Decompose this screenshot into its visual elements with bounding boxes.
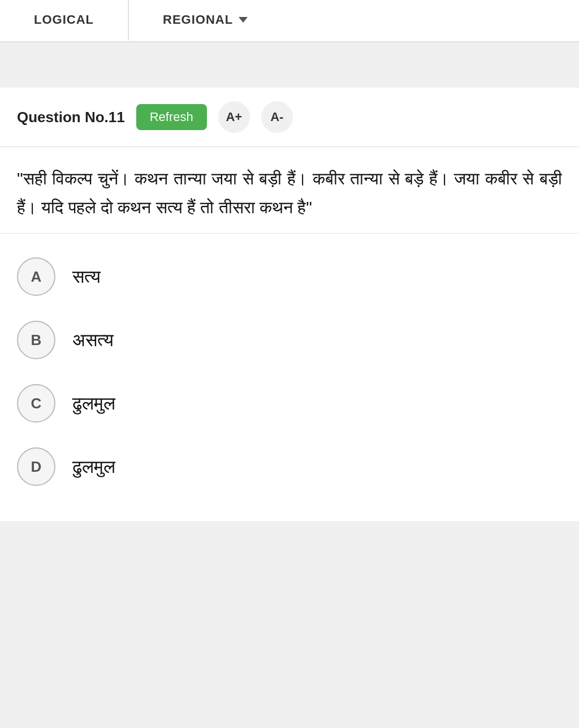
question-card: Question No.11 Refresh A+ A- "सही विकल्प… xyxy=(0,88,579,521)
option-text-b: असत्य xyxy=(72,330,114,351)
option-row-b[interactable]: B असत्य xyxy=(17,308,562,372)
option-circle-b[interactable]: B xyxy=(17,321,55,359)
option-text-c: ढुलमुल xyxy=(72,393,115,414)
tab-regional-label: REGIONAL xyxy=(163,12,233,27)
option-circle-a[interactable]: A xyxy=(17,257,55,296)
tab-regional[interactable]: REGIONAL xyxy=(129,0,282,41)
chevron-down-icon xyxy=(239,17,248,23)
option-row-d[interactable]: D ढुलमुल xyxy=(17,435,562,498)
tab-logical-label: LOGICAL xyxy=(34,12,94,27)
option-row-c[interactable]: C ढुलमुल xyxy=(17,372,562,435)
font-increase-button[interactable]: A+ xyxy=(218,101,250,133)
question-text: "सही विकल्प चुनें। कथन तान्या जया से बड़… xyxy=(17,164,562,222)
option-text-d: ढुलमुल xyxy=(72,456,115,477)
tab-bar: LOGICAL REGIONAL xyxy=(0,0,579,42)
tab-logical[interactable]: LOGICAL xyxy=(0,0,129,41)
spacer-area xyxy=(0,42,579,88)
options-container: A सत्य B असत्य C ढुलमुल D ढुलमुल xyxy=(0,234,579,521)
option-circle-c[interactable]: C xyxy=(17,384,55,423)
option-text-a: सत्य xyxy=(72,266,101,287)
option-circle-d[interactable]: D xyxy=(17,447,55,486)
refresh-button[interactable]: Refresh xyxy=(136,104,207,130)
option-row-a[interactable]: A सत्य xyxy=(17,245,562,308)
question-number: Question No.11 xyxy=(17,109,125,126)
question-header: Question No.11 Refresh A+ A- xyxy=(0,88,579,147)
question-body: "सही विकल्प चुनें। कथन तान्या जया से बड़… xyxy=(0,147,579,234)
font-decrease-button[interactable]: A- xyxy=(261,101,293,133)
